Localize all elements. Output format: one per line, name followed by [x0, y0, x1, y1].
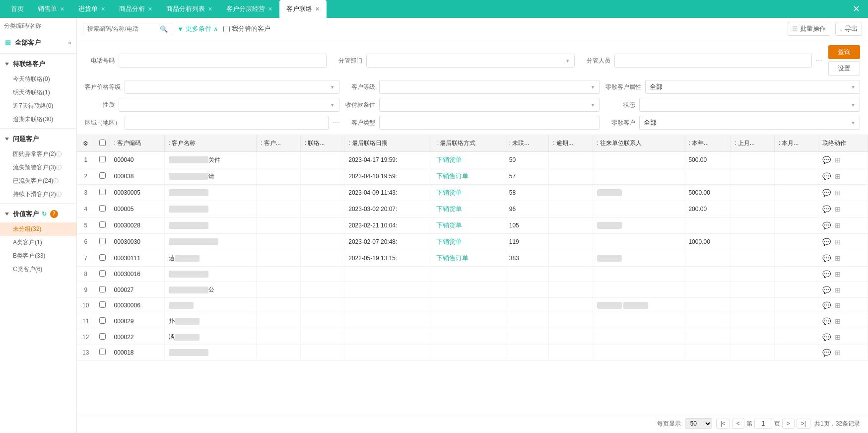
- row-checkbox[interactable]: [99, 238, 106, 244]
- filter-customer-level-select[interactable]: ▼: [379, 80, 600, 94]
- grid-action-icon[interactable]: ⊞: [835, 333, 841, 341]
- main-search-input[interactable]: [87, 25, 157, 32]
- grid-action-icon[interactable]: ⊞: [835, 189, 841, 197]
- sidebar-pending-contact-header[interactable]: 待联络客户: [0, 56, 76, 72]
- main-search-icon[interactable]: 🔍: [160, 25, 168, 33]
- col-contact-person[interactable]: : 联络...: [300, 135, 344, 152]
- page-input[interactable]: [754, 419, 772, 429]
- my-customers-checkbox[interactable]: [223, 26, 230, 32]
- col-last-month[interactable]: : 上月...: [731, 135, 775, 152]
- batch-operation-button[interactable]: ☰ 批量操作: [788, 22, 830, 36]
- row-last-type-link[interactable]: 下销售订单: [436, 254, 468, 262]
- sidebar-item-class-c[interactable]: C类客户(6): [0, 263, 76, 276]
- col-last-contact-type[interactable]: : 最后联络方式: [432, 135, 505, 152]
- filter-retail-attr-select[interactable]: 全部▼: [645, 80, 860, 94]
- grid-action-icon[interactable]: ⊞: [835, 301, 841, 309]
- filter-manager-select[interactable]: [614, 54, 812, 68]
- row-checkbox[interactable]: [99, 156, 106, 162]
- filter-status-select[interactable]: ▼: [639, 98, 860, 112]
- sidebar-all-customers[interactable]: ⊞ 全部客户 «: [0, 34, 76, 51]
- grid-action-icon[interactable]: ⊞: [835, 286, 841, 294]
- chat-icon[interactable]: 💬: [822, 221, 831, 229]
- row-checkbox[interactable]: [99, 286, 106, 292]
- row-last-type-link[interactable]: 下销货单: [436, 221, 462, 229]
- tab-sales[interactable]: 销售单 ✕: [31, 0, 71, 18]
- col-this-month[interactable]: : 本月...: [774, 135, 818, 152]
- tab-customer-contact-close[interactable]: ✕: [315, 6, 320, 12]
- more-filter-button[interactable]: ▼ 更多条件 ∧: [177, 24, 218, 33]
- my-customers-filter[interactable]: 我分管的客户: [223, 24, 270, 33]
- chat-icon[interactable]: 💬: [822, 301, 831, 309]
- col-code[interactable]: : 客户编码: [110, 135, 164, 152]
- row-checkbox[interactable]: [99, 205, 106, 212]
- window-close-button[interactable]: ✕: [849, 3, 864, 14]
- row-checkbox[interactable]: [99, 317, 106, 324]
- sidebar-item-overdue-contact[interactable]: 逾期未联络(30): [0, 113, 76, 126]
- filter-region-select[interactable]: [125, 116, 329, 130]
- chat-icon[interactable]: 💬: [822, 317, 831, 325]
- col-last-contact-date[interactable]: : 最后联络日期: [344, 135, 432, 152]
- tab-analysis[interactable]: 商品分析 ✕: [112, 0, 159, 18]
- chat-icon[interactable]: 💬: [822, 172, 831, 180]
- row-last-type-link[interactable]: 下销售订单: [436, 172, 468, 180]
- col-customer-type[interactable]: : 客户...: [257, 135, 301, 152]
- sidebar-item-today-pending[interactable]: 今天待联络(0): [0, 72, 76, 86]
- row-last-type-link[interactable]: 下销货单: [436, 205, 462, 213]
- sidebar-value-customers-header[interactable]: 价值客户 ↻ 7: [0, 206, 76, 222]
- grid-action-icon[interactable]: ⊞: [835, 205, 841, 213]
- sidebar-item-ungrouped[interactable]: 未分组(32): [0, 222, 76, 236]
- grid-action-icon[interactable]: ⊞: [835, 254, 841, 262]
- tab-analysis-close[interactable]: ✕: [148, 6, 152, 12]
- refresh-icon[interactable]: ↻: [42, 211, 47, 217]
- chat-icon[interactable]: 💬: [822, 254, 831, 262]
- select-all-checkbox[interactable]: [99, 140, 106, 146]
- chat-icon[interactable]: 💬: [822, 238, 831, 246]
- sidebar-item-class-b[interactable]: B类客户(33): [0, 249, 76, 263]
- sidebar-collapse-btn[interactable]: «: [68, 39, 71, 46]
- grid-action-icon[interactable]: ⊞: [835, 349, 841, 357]
- filter-department-select[interactable]: ▼: [366, 54, 574, 68]
- sidebar-item-declining[interactable]: 持续下滑客户(2) ⓘ: [0, 188, 76, 201]
- row-checkbox[interactable]: [99, 221, 106, 228]
- tab-sales-close[interactable]: ✕: [60, 6, 65, 12]
- prev-page-button[interactable]: <: [732, 419, 744, 429]
- col-company-contact[interactable]: : 往来单位联系人: [593, 135, 684, 152]
- grid-action-icon[interactable]: ⊞: [835, 270, 841, 278]
- grid-action-icon[interactable]: ⊞: [835, 317, 841, 325]
- chat-icon[interactable]: 💬: [822, 270, 831, 278]
- sidebar-item-abnormal[interactable]: 固购异常客户(2) ⓘ: [0, 147, 76, 161]
- tab-purchase[interactable]: 进货单 ✕: [71, 0, 112, 18]
- filter-retail-select[interactable]: 全部▼: [639, 116, 860, 130]
- first-page-button[interactable]: |<: [716, 419, 730, 429]
- filter-price-level-select[interactable]: ▼: [125, 80, 339, 94]
- tab-customer-tier-close[interactable]: ✕: [268, 6, 272, 12]
- chat-icon[interactable]: 💬: [822, 349, 831, 357]
- chat-icon[interactable]: 💬: [822, 333, 831, 341]
- sidebar-item-7day-pending[interactable]: 近7天待联络(0): [0, 99, 76, 113]
- col-overdue[interactable]: : 逾期...: [549, 135, 593, 152]
- grid-action-icon[interactable]: ⊞: [835, 156, 841, 164]
- row-checkbox[interactable]: [99, 349, 106, 355]
- sidebar-search-input[interactable]: [4, 22, 77, 29]
- filter-search-button[interactable]: 查询: [828, 45, 860, 59]
- tab-analysis-list[interactable]: 商品分析列表 ✕: [159, 0, 219, 18]
- sidebar-item-class-a[interactable]: A类客户(1): [0, 236, 76, 249]
- col-no-contact-days[interactable]: : 未联...: [505, 135, 549, 152]
- sidebar-item-churned[interactable]: 已流失客户(24) ⓘ: [0, 174, 76, 188]
- sidebar-item-tomorrow-pending[interactable]: 明天待联络(1): [0, 86, 76, 99]
- sidebar-problem-customers-header[interactable]: 问题客户: [0, 131, 76, 147]
- chat-icon[interactable]: 💬: [822, 156, 831, 164]
- tab-purchase-close[interactable]: ✕: [101, 6, 105, 12]
- sidebar-item-churn-warning[interactable]: 流失预警客户(3) ⓘ: [0, 161, 76, 174]
- row-checkbox[interactable]: [99, 172, 106, 179]
- filter-payment-select[interactable]: ▼: [379, 98, 600, 112]
- grid-action-icon[interactable]: ⊞: [835, 221, 841, 229]
- filter-phone-input[interactable]: [119, 54, 327, 68]
- export-button[interactable]: ↓ 导出: [835, 22, 863, 36]
- col-name[interactable]: : 客户名称: [164, 135, 257, 152]
- chat-icon[interactable]: 💬: [822, 286, 831, 294]
- filter-reset-button[interactable]: 设置: [828, 61, 860, 76]
- tab-customer-tier[interactable]: 客户分层经营 ✕: [219, 0, 279, 18]
- tab-analysis-list-close[interactable]: ✕: [208, 6, 212, 12]
- grid-action-icon[interactable]: ⊞: [835, 172, 841, 180]
